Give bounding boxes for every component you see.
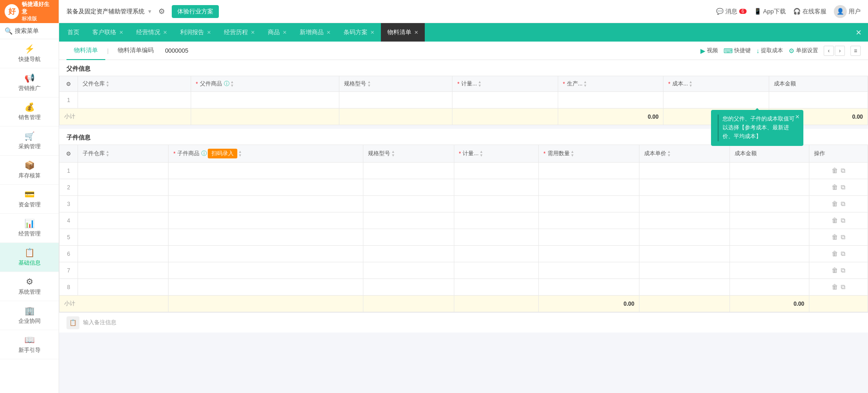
delete-row-button[interactable]: 🗑 (832, 266, 838, 274)
copy-row-button[interactable]: ⧉ (841, 233, 845, 241)
parent-row-1: 1 (60, 92, 868, 109)
tab-operations-status[interactable]: 经营情况 ✕ (130, 23, 174, 42)
child-goods-cell[interactable] (169, 163, 363, 179)
user-avatar: 👤 (834, 5, 847, 18)
child-th-settings[interactable]: ⚙ (60, 145, 78, 163)
parent-th-settings[interactable]: ⚙ (60, 76, 78, 92)
sidebar-item-label: 采购管理 (18, 143, 41, 151)
sidebar-item-sales[interactable]: 💰 销售管理 (0, 97, 59, 127)
single-settings-action[interactable]: ⚙ 单据设置 (789, 47, 818, 54)
tab-close-icon[interactable]: ✕ (370, 30, 374, 36)
child-row: 1 🗑 ⧉ (60, 163, 868, 179)
parent-th-warehouse: 父件仓库▲▼ (78, 76, 191, 92)
sidebar-item-operations[interactable]: 📊 经营管理 (0, 214, 59, 243)
tooltip-close-button[interactable]: ✕ (795, 113, 800, 121)
system-icon: ⚙ (26, 277, 33, 287)
tab-close-icon[interactable]: ✕ (326, 30, 331, 36)
parent-amount-cell[interactable] (769, 92, 868, 109)
sidebar-item-enterprise[interactable]: 🏢 企业协同 (0, 301, 59, 330)
video-icon: ▶ (700, 47, 705, 54)
sidebar-item-label: 资金管理 (18, 201, 41, 209)
enterprise-icon: 🏢 (24, 306, 35, 316)
tab-bom[interactable]: 物料清单 ✕ (381, 23, 425, 42)
child-amount-cell[interactable] (730, 163, 809, 179)
trial-button[interactable]: 体验行业方案 (172, 5, 219, 18)
message-button[interactable]: 💬 消息 6 (716, 7, 747, 16)
tab-profit[interactable]: 利润报告 ✕ (174, 23, 217, 42)
tab-customers[interactable]: 客户联络 ✕ (86, 23, 130, 42)
tab-close-icon[interactable]: ✕ (163, 30, 167, 36)
scan-input-button[interactable]: 扫码录入 (208, 149, 237, 158)
logo-icon: 好 (5, 4, 19, 19)
child-unit-cell[interactable] (454, 163, 538, 179)
tab-goods[interactable]: 商品 ✕ (261, 23, 293, 42)
copy-row-button[interactable]: ⧉ (841, 167, 845, 175)
copy-row-button[interactable]: ⧉ (841, 217, 845, 224)
sidebar-item-quick-nav[interactable]: ⚡ 快捷导航 (0, 39, 59, 68)
copy-row-button[interactable]: ⧉ (841, 200, 845, 208)
sidebar-item-system[interactable]: ⚙ 系统管理 (0, 272, 59, 301)
child-quantity-cell[interactable] (538, 163, 639, 179)
tab-close-icon[interactable]: ✕ (207, 30, 211, 36)
child-th-quantity: *需用数量▲▼ (538, 145, 639, 163)
parent-th-cost: *成本...▲▼ (663, 76, 769, 92)
tab-close-icon[interactable]: ✕ (119, 30, 123, 36)
tab-home[interactable]: 首页 (61, 23, 86, 42)
topbar-right: 💬 消息 6 📱 App下载 🎧 在线客服 👤 用户 (716, 5, 861, 18)
child-th-unit: *计量...▲▼ (454, 145, 538, 163)
delete-row-button[interactable]: 🗑 (832, 217, 838, 224)
parent-spec-cell[interactable] (339, 92, 452, 109)
topbar-arrow-icon: ▾ (148, 8, 151, 15)
copy-row-button[interactable]: ⧉ (841, 266, 845, 274)
child-action-cell: 🗑 ⧉ (809, 163, 868, 179)
tab-barcode[interactable]: 条码方案 ✕ (337, 23, 381, 42)
bottom-note-icon[interactable]: 📋 (66, 316, 79, 329)
parent-warehouse-cell[interactable] (78, 92, 191, 109)
close-all-tabs-button[interactable]: ✕ (851, 28, 866, 37)
prev-record-button[interactable]: ‹ (824, 46, 834, 56)
online-service-button[interactable]: 🎧 在线客服 (793, 7, 826, 16)
child-row: 7 🗑⧉ (60, 262, 868, 279)
delete-row-button[interactable]: 🗑 (832, 283, 838, 291)
tab-close-icon[interactable]: ✕ (251, 30, 255, 36)
delete-row-button[interactable]: 🗑 (832, 233, 838, 241)
sidebar-item-label: 销售管理 (18, 114, 41, 121)
tab-history[interactable]: 经营历程 ✕ (217, 23, 261, 42)
extract-cost-action[interactable]: ↓ 提取成本 (756, 47, 783, 54)
sub-tab-bom-list[interactable]: 物料清单 (66, 42, 105, 60)
child-unit-cost-cell[interactable] (639, 163, 729, 179)
delete-row-button[interactable]: 🗑 (832, 250, 838, 258)
tab-new-goods[interactable]: 新增商品 ✕ (293, 23, 337, 42)
delete-row-button[interactable]: 🗑 (832, 183, 838, 191)
parent-unit-cell[interactable] (452, 92, 558, 109)
next-record-button[interactable]: › (835, 46, 845, 56)
sidebar-search[interactable]: 🔍 搜索菜单 (0, 23, 59, 39)
parent-production-cell[interactable] (558, 92, 663, 109)
sidebar-item-finance[interactable]: 💳 资金管理 (0, 185, 59, 214)
sidebar-item-guide[interactable]: 📖 新手引导 (0, 330, 59, 359)
sidebar-item-marketing[interactable]: 📢 营销推广 (0, 68, 59, 97)
sidebar-item-basics[interactable]: 📋 基础信息 (0, 243, 59, 272)
sidebar-item-label: 快捷导航 (18, 55, 41, 63)
delete-row-button[interactable]: 🗑 (832, 167, 838, 175)
shortcut-action[interactable]: ⌨ 快捷键 (723, 47, 751, 54)
sidebar-item-inventory[interactable]: 📦 库存核算 (0, 156, 59, 185)
topbar: 装备及固定资产辅助管理系统 ▾ ⚙ 体验行业方案 💬 消息 6 📱 App下载 … (59, 0, 868, 23)
tab-close-icon[interactable]: ✕ (283, 30, 287, 36)
sidebar-item-purchase[interactable]: 🛒 采购管理 (0, 127, 59, 156)
tab-close-icon[interactable]: ✕ (414, 30, 418, 36)
sidebar-item-label: 企业协同 (18, 317, 41, 325)
copy-row-button[interactable]: ⧉ (841, 183, 845, 191)
copy-row-button[interactable]: ⧉ (841, 283, 845, 291)
settings-button[interactable]: ⚙ (155, 5, 168, 18)
video-action[interactable]: ▶ 视频 (700, 47, 718, 54)
user-menu-button[interactable]: 👤 用户 (834, 5, 861, 18)
copy-row-button[interactable]: ⧉ (841, 250, 845, 258)
child-spec-cell[interactable] (363, 163, 454, 179)
delete-row-button[interactable]: 🗑 (832, 200, 838, 208)
app-download-button[interactable]: 📱 App下载 (754, 7, 786, 16)
menu-toggle-button[interactable]: ≡ (850, 46, 861, 56)
child-warehouse-cell[interactable] (78, 163, 169, 179)
parent-cost-cell[interactable] (663, 92, 769, 109)
parent-goods-cell[interactable] (191, 92, 339, 109)
